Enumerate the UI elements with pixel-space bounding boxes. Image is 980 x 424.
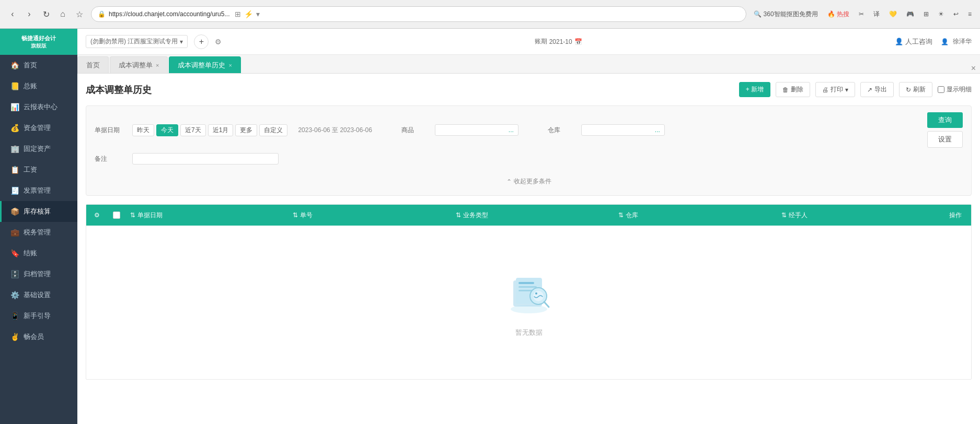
sidebar-item-home[interactable]: 🏠 首页 — [0, 55, 77, 76]
sidebar-item-invoice-label: 发票管理 — [24, 186, 51, 195]
apps-tool[interactable]: ⊞ — [920, 9, 932, 19]
user-info[interactable]: 👤 徐泽华 — [941, 37, 972, 46]
date-btn-today[interactable]: 今天 — [156, 124, 178, 136]
tab-home[interactable]: 首页 — [77, 56, 109, 73]
date-btn-more[interactable]: 更多 — [235, 124, 257, 136]
sidebar-item-vip[interactable]: ✌️ 畅会员 — [0, 326, 77, 347]
home-browser-button[interactable]: ⌂ — [55, 7, 70, 21]
fixed-assets-icon: 🏢 — [10, 145, 19, 153]
collapse-button[interactable]: ⌃ 收起更多条件 — [503, 174, 555, 189]
forward-button[interactable]: › — [22, 7, 37, 21]
th-settings[interactable]: ⚙ — [86, 211, 107, 219]
address-bar[interactable]: 🔒 https://cloud.chanjet.com/accounting/u… — [91, 6, 746, 22]
tab-cost-adjust-history[interactable]: 成本调整单历史 × — [169, 56, 240, 73]
th-number[interactable]: ⇅ 单号 — [289, 211, 451, 220]
collapse-arrow-icon: ⌃ — [506, 178, 512, 185]
wallet-tool[interactable]: 💛 — [886, 9, 900, 19]
close-window-icon[interactable]: × — [971, 64, 976, 73]
account-period: 账期 2021-10 📅 — [535, 37, 582, 46]
back-button[interactable]: ‹ — [5, 7, 20, 21]
delete-button[interactable]: 🗑 删除 — [776, 82, 810, 97]
refresh-button[interactable]: ↻ 刷新 — [899, 82, 932, 97]
game-tool[interactable]: 🎮 — [903, 9, 917, 19]
th-biz-sort-icon: ⇅ — [456, 211, 461, 219]
warehouse-more-btn[interactable]: ... — [655, 126, 660, 134]
remark-input[interactable] — [132, 153, 279, 164]
goods-selector[interactable]: ... — [435, 124, 518, 136]
sidebar-item-settings-label: 基础设置 — [24, 290, 51, 300]
svg-rect-4 — [518, 286, 537, 288]
th-warehouse[interactable]: ⇅ 仓库 — [614, 211, 777, 220]
menu-tool[interactable]: ≡ — [965, 9, 975, 19]
grid-icon: ⊞ — [235, 10, 241, 18]
show-cols-checkbox[interactable]: 显示明细 — [938, 85, 972, 94]
sidebar-item-ledger-label: 总账 — [24, 81, 37, 91]
print-button[interactable]: 🖨 打印 ▾ — [815, 82, 855, 97]
tab-cost-adjust-history-close-icon[interactable]: × — [228, 62, 232, 68]
sidebar-item-guide[interactable]: 📱 新手引导 — [0, 305, 77, 326]
sidebar-item-archive-label: 归档管理 — [24, 269, 51, 279]
undo-tool[interactable]: ↩ — [950, 9, 962, 19]
sidebar-item-ledger[interactable]: 📒 总账 — [0, 76, 77, 97]
th-checkbox[interactable] — [107, 211, 126, 219]
scissors-tool[interactable]: ✂ — [856, 9, 867, 19]
th-biz-type[interactable]: ⇅ 业务类型 — [452, 211, 614, 220]
goods-more-btn[interactable]: ... — [509, 126, 514, 134]
browser-chrome: ‹ › ↻ ⌂ ☆ 🔒 https://cloud.chanjet.com/ac… — [0, 0, 980, 29]
date-btn-7days[interactable]: 近7天 — [180, 124, 206, 136]
th-handler-sort-icon: ⇅ — [781, 211, 787, 219]
date-range-display: 2023-06-06 至 2023-06-06 — [298, 126, 372, 135]
th-date[interactable]: ⇅ 单据日期 — [126, 211, 289, 220]
sidebar-item-checkout[interactable]: 🔖 结账 — [0, 243, 77, 264]
guide-icon: 📱 — [10, 312, 19, 320]
sidebar-item-invoice[interactable]: 🧾 发票管理 — [0, 180, 77, 201]
reports-icon: 📊 — [10, 103, 19, 111]
bookmark-button[interactable]: ☆ — [72, 7, 87, 21]
tab-bar: 首页 成本调整单 × 成本调整单历史 × × — [77, 55, 980, 74]
sidebar-item-archive[interactable]: 🗄️ 归档管理 — [0, 264, 77, 285]
date-btn-yesterday[interactable]: 昨天 — [132, 124, 154, 136]
lightning-icon: ⚡ — [244, 10, 253, 18]
sidebar-item-reports[interactable]: 📊 云报表中心 — [0, 97, 77, 117]
empty-text: 暂无数据 — [515, 328, 543, 337]
company-selector[interactable]: (勿删勿禁用) 江西服宝测试专用 ▾ — [86, 35, 188, 48]
fire-icon: 🔥 — [827, 10, 835, 18]
url-text: https://cloud.chanjet.com/accounting/uru… — [109, 10, 229, 18]
header-checkbox[interactable] — [113, 211, 120, 219]
new-button[interactable]: + 新增 — [739, 82, 770, 97]
tab-cost-adjust[interactable]: 成本调整单 × — [110, 56, 168, 73]
sidebar-item-inventory[interactable]: 📦 库存核算 — [0, 201, 77, 222]
warehouse-selector[interactable]: ... — [581, 124, 665, 136]
date-btn-1month[interactable]: 近1月 — [208, 124, 234, 136]
sidebar-item-settings[interactable]: ⚙️ 基础设置 — [0, 285, 77, 305]
user-service[interactable]: 👤 人工咨询 — [895, 37, 932, 46]
empty-illustration — [503, 267, 555, 320]
th-warehouse-sort-icon: ⇅ — [618, 211, 624, 219]
sidebar-item-salary[interactable]: 📋 工资 — [0, 159, 77, 180]
translate-tool[interactable]: 译 — [870, 9, 883, 20]
show-cols-input[interactable] — [938, 86, 944, 93]
query-search-button[interactable]: 查询 — [927, 112, 963, 128]
refresh-browser-button[interactable]: ↻ — [39, 7, 53, 21]
collapse-row: ⌃ 收起更多条件 — [95, 170, 963, 189]
dropdown-arrow-icon: ▾ — [256, 10, 260, 18]
tab-cost-adjust-close-icon[interactable]: × — [156, 62, 159, 68]
add-company-button[interactable]: + — [194, 34, 209, 49]
export-button[interactable]: ↗ 导出 — [860, 82, 894, 97]
goods-filter-label: 商品 — [401, 126, 431, 135]
date-btn-custom[interactable]: 自定义 — [259, 124, 287, 136]
sidebar-item-funds[interactable]: 💰 资金管理 — [0, 117, 77, 138]
search-tool[interactable]: 🔍 360智能抠图免费用 — [751, 9, 821, 20]
salary-icon: 📋 — [10, 166, 19, 174]
th-actions: 操作 — [940, 211, 971, 220]
th-handler[interactable]: ⇅ 经手人 — [777, 211, 940, 220]
data-table: ⚙ ⇅ 单据日期 ⇅ 单号 ⇅ 业务类型 — [86, 204, 972, 380]
tax-icon: 💼 — [10, 228, 19, 237]
query-settings-button[interactable]: 设置 — [927, 131, 963, 148]
brightness-tool[interactable]: ☀ — [935, 9, 947, 19]
sidebar-item-tax[interactable]: 💼 税务管理 — [0, 222, 77, 243]
sidebar-item-fixed-assets[interactable]: 🏢 固定资产 — [0, 138, 77, 159]
sidebar-item-fixed-assets-label: 固定资产 — [24, 144, 51, 154]
hot-tool[interactable]: 🔥 热搜 — [824, 9, 852, 20]
settings-cog-icon[interactable]: ⚙ — [215, 38, 222, 46]
